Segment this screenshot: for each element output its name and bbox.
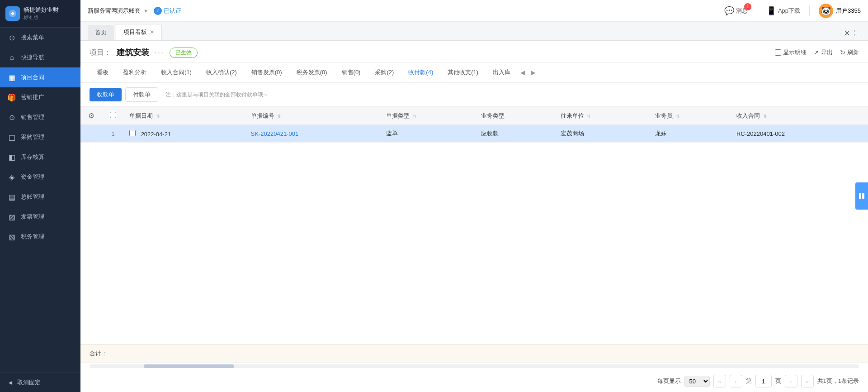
th-date[interactable]: 单据日期 ⇅ (124, 107, 245, 125)
td-row-settings (80, 125, 102, 143)
subnav-profit[interactable]: 盈利分析 (116, 63, 154, 83)
user-menu[interactable]: 🐼 用户3355 (819, 4, 861, 18)
sidebar-purchase-label: 采购管理 (21, 133, 44, 141)
messages-button[interactable]: 💬 消息 1 (724, 6, 748, 16)
sidebar-invoice-label: 发票管理 (21, 213, 44, 221)
sidebar-inventory-label: 库存核算 (21, 153, 44, 161)
sidebar-item-search[interactable]: ⊙ 搜索菜单 (0, 28, 80, 48)
tab-project-board-label: 项目看板 (123, 28, 147, 36)
td-salesman: 龙妹 (650, 125, 731, 143)
sidebar-item-inventory[interactable]: ◧ 库存核算 (0, 147, 80, 167)
project-status-badge: 已生效 (170, 48, 198, 58)
mobile-icon: 📱 (766, 6, 776, 16)
payment-button[interactable]: 付款单 (125, 87, 158, 102)
td-contract: RC-20220401-002 (731, 125, 868, 143)
page-number-input[interactable] (755, 375, 772, 387)
invoice-icon: ▨ (7, 212, 16, 221)
sidebar-quicknav-label: 快捷导航 (21, 53, 44, 62)
sidebar-item-purchase[interactable]: ◫ 采购管理 (0, 127, 80, 147)
app-download-label: App下载 (778, 7, 800, 15)
table-settings-icon[interactable]: ⚙ (88, 112, 94, 120)
th-doc-no[interactable]: 单据编号 ⇅ (245, 107, 381, 125)
th-contract-label: 收入合同 (736, 112, 760, 119)
subnav-income-contract[interactable]: 收入合同(1) (154, 63, 199, 83)
project-icon: ▦ (7, 73, 16, 82)
scrollbar-thumb[interactable] (144, 364, 234, 368)
th-checkbox (102, 107, 124, 125)
ledger-icon: ▤ (7, 192, 16, 201)
tab-project-board[interactable]: 项目看板 ✕ (116, 24, 162, 40)
unpin-label: 取消固定 (17, 378, 41, 387)
prev-page-button[interactable]: ‹ (730, 375, 742, 387)
table-summary: 合计： (80, 344, 868, 362)
svg-rect-1 (859, 193, 861, 199)
select-all-checkbox[interactable] (110, 112, 116, 118)
sidebar-item-ledger[interactable]: ▤ 总账管理 (0, 187, 80, 207)
sidebar-marketing-label: 营销推广 (21, 93, 44, 101)
sidebar-sales-label: 销售管理 (21, 113, 44, 121)
row-doc-type: 蓝单 (386, 130, 398, 137)
subnav-prev-arrow[interactable]: ◀ (518, 65, 528, 80)
th-biztype-label: 业务类型 (481, 112, 505, 119)
sidebar-item-tax[interactable]: ▧ 税务管理 (0, 227, 80, 247)
row-checkbox[interactable] (129, 130, 136, 136)
close-tab-icon[interactable]: ✕ (150, 29, 154, 35)
app-download-button[interactable]: 📱 App下载 (766, 6, 800, 16)
export-button[interactable]: ↗ 导出 (814, 48, 833, 57)
subnav-tax-invoice[interactable]: 税务发票(0) (289, 63, 335, 83)
subnav-next-arrow[interactable]: ▶ (528, 65, 538, 80)
subnav-payment[interactable]: 收付款(4) (401, 63, 440, 83)
subnav-inout[interactable]: 出入库 (486, 63, 518, 83)
th-partner[interactable]: 往来单位 ⇅ (555, 107, 650, 125)
first-page-button[interactable]: « (713, 375, 726, 387)
tab-home[interactable]: 首页 (88, 25, 114, 40)
side-panel-toggle[interactable] (855, 182, 868, 210)
project-header: 项目： 建筑安装 ··· 已生效 显示明细 ↗ 导出 ↻ 刷新 (80, 41, 868, 63)
account-selector[interactable]: 新服务官网演示账套 ▼ (88, 7, 148, 15)
subnav-sales[interactable]: 销售(0) (335, 63, 368, 83)
sidebar-logo: 畅捷通好业财 标准版 (0, 0, 80, 28)
app-edition: 标准版 (24, 14, 59, 21)
sidebar-project-label: 项目合同 (21, 73, 44, 81)
sidebar-item-sales[interactable]: ⊙ 销售管理 (0, 107, 80, 127)
sidebar-item-finance[interactable]: ◈ 资金管理 (0, 167, 80, 187)
refresh-button[interactable]: ↻ 刷新 (840, 48, 859, 57)
user-label: 用户3355 (836, 7, 861, 15)
th-doc-type[interactable]: 单据类型 ⇅ (381, 107, 476, 125)
horizontal-scrollbar-area[interactable] (80, 362, 868, 370)
main-area: 新服务官网演示账套 ▼ ✓ 已认证 💬 消息 1 📱 App下载 🐼 用 (80, 0, 868, 392)
subnav-purchase[interactable]: 采购(2) (368, 63, 401, 83)
row-doc-no-link[interactable]: SK-20220421-001 (251, 130, 299, 137)
sidebar-item-invoice[interactable]: ▨ 发票管理 (0, 207, 80, 227)
show-detail-input[interactable] (775, 49, 781, 56)
subnav-kanban[interactable]: 看板 (90, 63, 116, 83)
th-biz-type: 业务类型 (476, 107, 555, 125)
subnav-sales-invoice[interactable]: 销售发票(0) (244, 63, 289, 83)
row-date: 2022-04-21 (141, 131, 171, 138)
row-salesman: 龙妹 (655, 130, 667, 137)
total-records-label: 共1页，1条记录 (817, 377, 859, 385)
td-num: 1 (102, 125, 124, 143)
maximize-window-button[interactable]: ⛶ (854, 29, 861, 38)
th-salesman[interactable]: 业务员 ⇅ (650, 107, 731, 125)
next-page-button[interactable]: › (785, 375, 797, 387)
scrollbar-track[interactable] (90, 364, 859, 368)
sidebar-item-project[interactable]: ▦ 项目合同 (0, 67, 80, 87)
unpin-button[interactable]: ◄ 取消固定 (0, 373, 80, 392)
show-detail-checkbox[interactable]: 显示明细 (775, 48, 807, 57)
th-contract[interactable]: 收入合同 ⇅ (731, 107, 868, 125)
td-biz-type: 应收款 (476, 125, 555, 143)
sidebar-item-marketing[interactable]: 🎁 营销推广 (0, 87, 80, 107)
last-page-button[interactable]: » (801, 375, 814, 387)
close-window-button[interactable]: ✕ (844, 29, 850, 38)
sidebar-item-quicknav[interactable]: ⌂ 快捷导航 (0, 48, 80, 67)
sidebar-search-label: 搜索菜单 (21, 33, 44, 42)
project-more-button[interactable]: ··· (155, 48, 164, 57)
receipt-button[interactable]: 收款单 (90, 88, 122, 101)
td-doc-type: 蓝单 (381, 125, 476, 143)
subnav-other[interactable]: 其他收支(1) (440, 63, 486, 83)
per-page-select[interactable]: 50 100 200 (684, 376, 710, 387)
td-doc-no: SK-20220421-001 (245, 125, 381, 143)
purchase-icon: ◫ (7, 133, 16, 142)
subnav-income-confirm[interactable]: 收入确认(2) (199, 63, 244, 83)
